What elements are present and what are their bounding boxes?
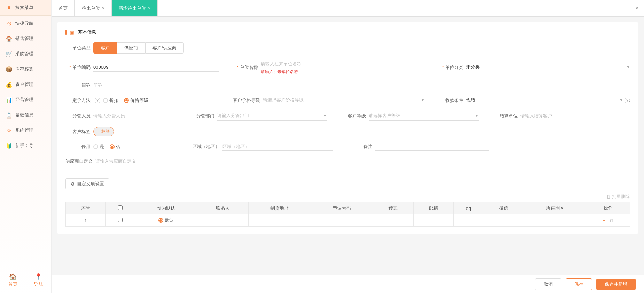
add-tag-button[interactable]: + 标签 xyxy=(93,127,114,136)
row-checkbox-input[interactable] xyxy=(118,218,123,222)
unit-type-customer[interactable]: 客户 xyxy=(93,42,117,54)
pricing-method-field: 定价方法 ? 折扣 价格等级 xyxy=(65,97,219,104)
tab-partner[interactable]: 往来单位 × xyxy=(75,0,112,16)
sidebar-item-quick-nav[interactable]: ⊙ 快捷导航 xyxy=(0,16,51,31)
region-dots[interactable]: ··· xyxy=(327,144,334,149)
sidebar-item-sales[interactable]: 🏠 销售管理 xyxy=(0,31,51,46)
manager-input-wrapper: ··· xyxy=(93,112,175,120)
unit-type-both[interactable]: 客户/供应商 xyxy=(145,42,184,54)
sidebar-item-guide[interactable]: 🔰 新手引导 xyxy=(0,138,51,153)
sidebar-label-purchase: 采购管理 xyxy=(15,51,33,57)
settlement-unit-input[interactable] xyxy=(520,112,623,120)
cancel-button[interactable]: 取消 xyxy=(535,278,561,290)
sidebar-item-inventory[interactable]: 📦 库存核算 xyxy=(0,62,51,77)
row-email[interactable] xyxy=(413,214,453,227)
customer-level-arrow: ▼ xyxy=(475,114,479,118)
disable-label: 停用 xyxy=(65,144,93,150)
row-qq[interactable] xyxy=(453,214,484,227)
disable-no[interactable]: 否 xyxy=(110,144,120,150)
sidebar-label-system: 系统管理 xyxy=(15,127,33,133)
supplier-custom-row: 供应商自定义 xyxy=(65,157,630,165)
sidebar-label-quick-nav: 快捷导航 xyxy=(15,20,33,26)
main-area: 首页 往来单位 × 新增往来单位 × × ▣ 基本信息 单位类型 xyxy=(52,0,644,293)
sidebar-item-basic-info[interactable]: 📋 基础信息 xyxy=(0,107,51,123)
tab-partner-label: 往来单位 xyxy=(82,5,100,11)
disable-no-circle xyxy=(110,144,115,149)
payment-terms-select[interactable]: 现结 ▼ xyxy=(466,96,623,105)
customer-tag-label: 客户标签 xyxy=(65,129,93,135)
row-region[interactable] xyxy=(524,214,586,227)
nav-bottom-label: 导航 xyxy=(34,281,43,287)
row-default-radio[interactable]: 默认 xyxy=(139,217,194,223)
payment-terms-value: 现结 xyxy=(466,97,619,103)
tab-new-partner-close[interactable]: × xyxy=(148,6,150,11)
supplier-custom-input[interactable] xyxy=(95,157,227,165)
row-wechat[interactable] xyxy=(484,214,524,227)
save-button[interactable]: 保存 xyxy=(566,278,592,290)
customer-price-level-label: 客户价格等级 xyxy=(233,97,263,104)
form-card: ▣ 基本信息 单位类型 客户 供应商 客户/供应商 单位编码 xyxy=(57,22,638,234)
price-level-label: 价格等级 xyxy=(130,97,148,104)
save-new-button[interactable]: 保存并新增 xyxy=(596,279,636,290)
unit-type-field: 单位类型 客户 供应商 客户/供应商 xyxy=(65,42,630,54)
sales-icon: 🏠 xyxy=(6,35,13,42)
tab-new-partner[interactable]: 新增往来单位 × xyxy=(112,0,158,16)
custom-settings-button[interactable]: ⚙ 自定义项设置 xyxy=(65,178,109,189)
sidebar-home-bottom[interactable]: 🏠 首页 xyxy=(0,270,26,290)
sidebar-item-system[interactable]: ⚙ 系统管理 xyxy=(0,123,51,138)
unit-category-select[interactable]: 未分类 ▼ xyxy=(466,63,630,72)
payment-terms-question[interactable]: ? xyxy=(625,98,630,103)
sidebar-search[interactable]: ≡ 搜索菜单 xyxy=(0,0,51,16)
unit-code-field: 单位编码 xyxy=(65,63,219,72)
tab-home[interactable]: 首页 xyxy=(52,0,75,16)
sidebar-nav-bottom[interactable]: 📍 导航 xyxy=(26,270,52,290)
unit-code-input[interactable] xyxy=(93,63,219,72)
pricing-price-level[interactable]: 价格等级 xyxy=(124,97,148,104)
batch-delete-area[interactable]: 🗑 批量删除 xyxy=(65,194,630,200)
col-qq: qq xyxy=(453,202,484,214)
short-name-input[interactable] xyxy=(93,81,227,89)
row-address[interactable] xyxy=(249,214,311,227)
row-delete-icon[interactable]: 🗑 xyxy=(609,218,613,223)
region-input[interactable] xyxy=(222,143,327,150)
row-checkbox xyxy=(106,214,135,227)
tab-partner-close[interactable]: × xyxy=(102,6,104,11)
department-select[interactable]: 请输入分管部门 ▼ xyxy=(217,111,327,121)
col-action: 操作 xyxy=(586,202,630,214)
unit-type-supplier[interactable]: 供应商 xyxy=(117,42,145,54)
row-fax[interactable] xyxy=(373,214,413,227)
customer-level-select[interactable]: 请选择客户等级 ▼ xyxy=(369,111,478,121)
payment-terms-arrow: ▼ xyxy=(619,98,623,102)
unit-type-row: 单位类型 客户 供应商 客户/供应商 xyxy=(65,42,630,54)
remarks-input[interactable] xyxy=(375,143,489,151)
disable-field: 停用 是 否 xyxy=(65,144,179,150)
sidebar-item-finance[interactable]: 💰 资金管理 xyxy=(0,77,51,92)
sidebar-search-label: 搜索菜单 xyxy=(15,5,33,11)
pricing-question-icon[interactable]: ? xyxy=(95,98,100,103)
tab-home-label: 首页 xyxy=(58,5,68,11)
manager-dots[interactable]: ··· xyxy=(169,113,176,119)
customer-level-value: 请选择客户等级 xyxy=(369,113,474,119)
disable-radio-group: 是 否 xyxy=(93,144,120,150)
pricing-discount[interactable]: 折扣 xyxy=(103,97,118,104)
row-add-icon[interactable]: + xyxy=(603,218,606,223)
disable-yes[interactable]: 是 xyxy=(93,144,104,150)
col-email: 邮箱 xyxy=(413,202,453,214)
sidebar-item-operations[interactable]: 📊 经营管理 xyxy=(0,92,51,107)
customer-price-level-select[interactable]: 请选择客户价格等级 ▼ xyxy=(263,96,425,105)
row-phone[interactable] xyxy=(311,214,373,227)
unit-name-input[interactable] xyxy=(261,60,425,68)
row-action: + 🗑 xyxy=(586,214,630,227)
sidebar-item-purchase[interactable]: 🛒 采购管理 xyxy=(0,46,51,62)
customer-price-level-value: 请选择客户价格等级 xyxy=(263,97,421,103)
global-close-button[interactable]: × xyxy=(630,0,644,16)
divider xyxy=(65,172,630,172)
unit-type-group: 客户 供应商 客户/供应商 xyxy=(93,42,184,54)
customer-price-level-field: 客户价格等级 请选择客户价格等级 ▼ xyxy=(233,96,425,105)
settlement-unit-dots[interactable]: ··· xyxy=(623,113,630,119)
row-contact[interactable] xyxy=(197,214,248,227)
select-all-checkbox[interactable] xyxy=(118,205,123,210)
short-name-row: 简称 xyxy=(65,81,630,89)
manager-input[interactable] xyxy=(93,112,169,120)
region-input-wrapper: ··· xyxy=(222,143,334,151)
